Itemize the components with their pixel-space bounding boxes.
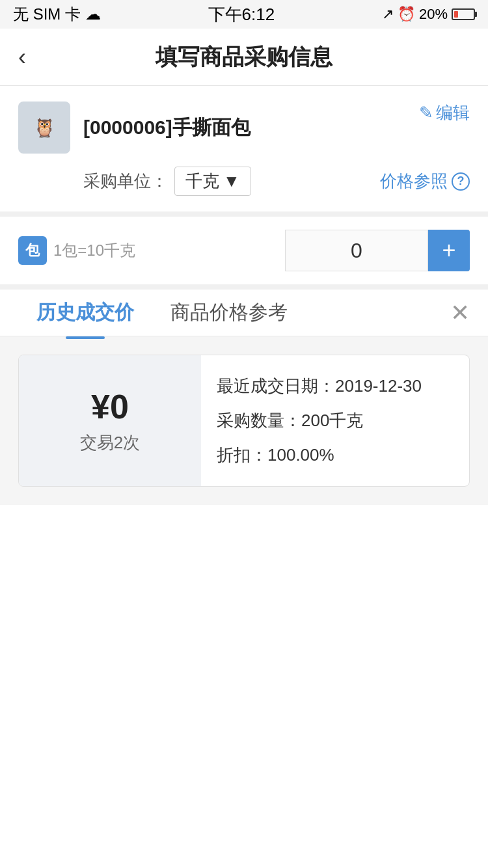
quantity-input-row: + [285,230,470,271]
tab-history-price[interactable]: 历史成交价 [18,287,152,339]
price-card: ¥0 交易2次 最近成交日期：2019-12-30 采购数量：200千克 折扣：… [18,355,470,487]
help-circle-icon: ? [452,172,470,191]
price-right-panel: 最近成交日期：2019-12-30 采购数量：200千克 折扣：100.00% [201,355,469,486]
status-left: 无 SIM 卡 ☁ [13,4,101,25]
price-trades: 交易2次 [80,431,140,454]
purchase-qty-line: 采购数量：200千克 [217,408,454,433]
status-time: 下午6:12 [208,3,275,26]
dropdown-arrow-icon: ▼ [223,171,240,191]
tabs-section: 历史成交价 商品价格参考 ✕ [0,284,488,336]
edit-button[interactable]: ✎ 编辑 [419,102,470,124]
price-ref-label: 价格参照 [380,170,448,193]
currency-symbol: ¥ [91,388,110,426]
qty-detail-value: 200千克 [301,411,363,430]
unit-left: 采购单位： 千克 ▼ [83,167,251,196]
unit-value: 千克 [185,170,219,193]
status-right: ↗ ⏰ 20% [382,6,475,23]
alarm-icon: ⏰ [398,6,415,23]
nav-bar: ‹ 填写商品采购信息 [0,29,488,86]
battery-percent: 20% [419,6,448,23]
quantity-plus-button[interactable]: + [428,230,470,271]
bag-label: 包 [25,241,40,260]
edit-label: 编辑 [436,102,470,124]
qty-detail-label: 采购数量： [217,411,301,430]
discount-line: 折扣：100.00% [217,442,454,468]
recent-date-label: 最近成交日期： [217,376,335,396]
product-header: 🦉 [0000006]手撕面包 ✎ 编辑 [18,102,470,154]
bottom-space [0,505,488,868]
recent-date-line: 最近成交日期：2019-12-30 [217,373,454,399]
location-icon: ↗ [382,6,394,23]
tab-close-button[interactable]: ✕ [450,299,470,327]
product-unit-row: 采购单位： 千克 ▼ 价格参照 ? [18,167,470,196]
quantity-input[interactable] [285,230,428,271]
edit-icon: ✎ [419,103,433,123]
product-card: 🦉 [0000006]手撕面包 ✎ 编辑 采购单位： 千克 ▼ 价格参照 ? [0,86,488,211]
tab-product-price-ref[interactable]: 商品价格参考 [152,287,306,339]
product-id-name: [0000006]手撕面包 [83,115,251,141]
price-card-section: ¥0 交易2次 最近成交日期：2019-12-30 采购数量：200千克 折扣：… [0,336,488,505]
product-info: [0000006]手撕面包 [83,115,251,141]
unit-label: 采购单位： [83,170,168,193]
tab-history-label: 历史成交价 [36,299,134,326]
recent-date-value: 2019-12-30 [335,376,422,396]
bag-hint: 1包=10千克 [53,240,135,261]
discount-label: 折扣： [217,445,267,465]
price-reference-button[interactable]: 价格参照 ? [380,170,470,193]
quantity-section: 包 1包=10千克 + [0,211,488,284]
quantity-label: 包 1包=10千克 [18,236,135,265]
page-title: 填写商品采购信息 [156,42,332,72]
battery-icon [452,8,475,20]
product-thumbnail: 🦉 [18,102,70,154]
tab-price-ref-label: 商品价格参考 [170,299,288,326]
bag-icon: 包 [18,236,47,265]
price-left-panel: ¥0 交易2次 [19,355,201,486]
back-button[interactable]: ‹ [18,44,26,71]
product-left: 🦉 [0000006]手撕面包 [18,102,251,154]
price-amount: ¥0 [91,387,129,426]
discount-value: 100.00% [267,445,334,465]
amount-value: 0 [110,388,129,426]
status-bar: 无 SIM 卡 ☁ 下午6:12 ↗ ⏰ 20% [0,0,488,29]
unit-select-dropdown[interactable]: 千克 ▼ [174,167,251,196]
sim-wifi-text: 无 SIM 卡 ☁ [13,4,101,25]
product-logo-icon: 🦉 [33,117,56,139]
